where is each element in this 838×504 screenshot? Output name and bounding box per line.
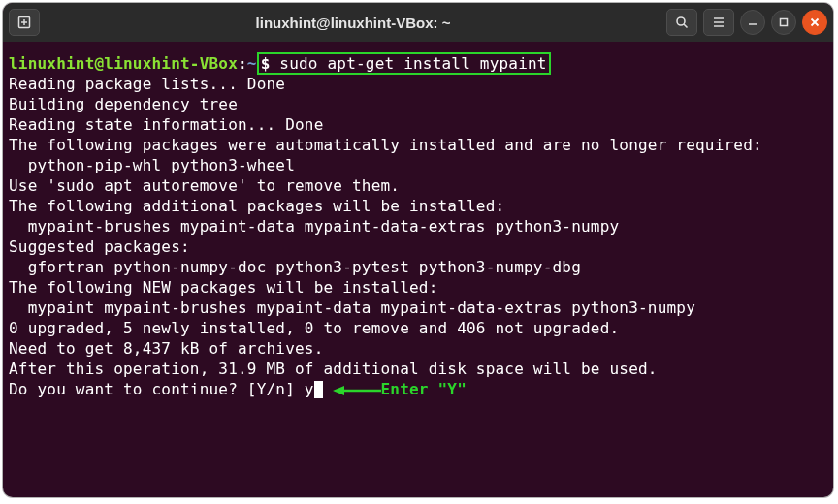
new-tab-icon — [17, 16, 31, 29]
maximize-button[interactable] — [771, 10, 796, 35]
minimize-button[interactable] — [740, 10, 765, 35]
svg-marker-13 — [333, 386, 344, 395]
output-prompt-line: Do you want to continue? [Y/n] — [9, 380, 305, 398]
command-text: sudo apt-get install mypaint — [279, 54, 546, 73]
output-line: mypaint mypaint-brushes mypaint-data myp… — [9, 299, 695, 317]
output-line: The following NEW packages will be insta… — [9, 278, 437, 297]
output-line: gfortran python-numpy-doc python3-pytest… — [9, 258, 581, 276]
output-line: python-pip-whl python3-wheel — [9, 156, 295, 174]
user-input: y — [305, 380, 314, 398]
output-line: mypaint-brushes mypaint-data mypaint-dat… — [9, 217, 619, 236]
hamburger-icon — [712, 16, 725, 29]
maximize-icon — [779, 17, 789, 27]
minimize-icon — [748, 17, 757, 27]
prompt-user-host: linuxhint@linuxhint-VBox — [9, 54, 238, 73]
output-line: After this operation, 31.9 MB of additio… — [9, 360, 658, 378]
search-button[interactable] — [666, 9, 697, 36]
command-highlight-box: $ sudo apt-get install mypaint — [257, 52, 551, 75]
svg-rect-9 — [781, 19, 788, 26]
window-title: linuxhint@linuxhint-VBox: ~ — [256, 15, 451, 31]
search-icon — [675, 16, 689, 29]
close-icon — [810, 17, 820, 27]
output-line: 0 upgraded, 5 newly installed, 0 to remo… — [9, 319, 619, 337]
new-tab-button[interactable] — [9, 9, 40, 36]
output-line: Need to get 8,437 kB of archives. — [9, 339, 323, 358]
output-line: Suggested packages: — [9, 237, 190, 256]
terminal-body[interactable]: linuxhint@linuxhint-VBox:~$ sudo apt-get… — [3, 42, 833, 407]
cursor — [314, 381, 323, 398]
titlebar: linuxhint@linuxhint-VBox: ~ — [3, 3, 833, 42]
svg-point-3 — [677, 17, 685, 25]
output-line: Building dependency tree — [9, 95, 238, 113]
annotation-text: Enter "Y" — [381, 380, 467, 398]
output-line: The following packages were automaticall… — [9, 136, 762, 154]
output-line: Use 'sudo apt autoremove' to remove them… — [9, 176, 400, 195]
output-line: Reading state information... Done — [9, 115, 323, 134]
menu-button[interactable] — [703, 9, 734, 36]
output-line: The following additional packages will b… — [9, 197, 504, 215]
close-button[interactable] — [802, 10, 827, 35]
prompt-colon: : — [238, 54, 247, 73]
prompt-dollar: $ — [261, 54, 280, 73]
output-line: Reading package lists... Done — [9, 75, 285, 93]
terminal-window: linuxhint@linuxhint-VBox: ~ linuxhint@li… — [3, 3, 833, 497]
prompt-path: ~ — [247, 54, 257, 73]
svg-line-4 — [684, 24, 688, 28]
arrow-icon — [333, 384, 381, 397]
